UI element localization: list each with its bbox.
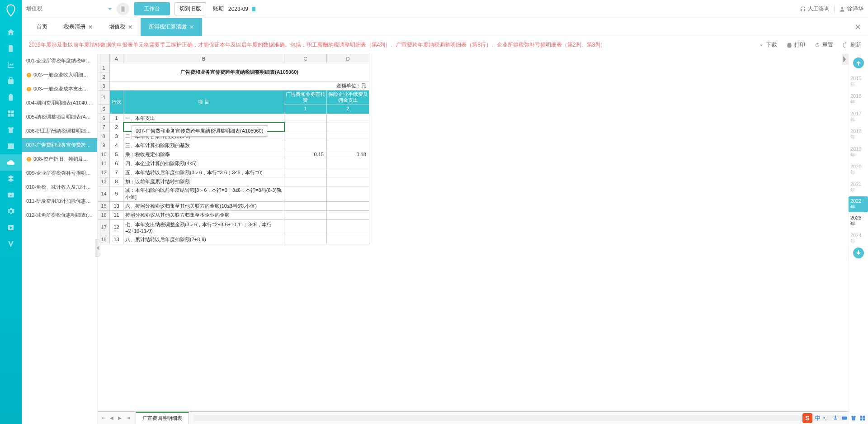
spreadsheet[interactable]: A B C D 1广告费和业务宣传费跨年度纳税调整明细表(A105060) 2 … (98, 54, 369, 244)
cell-item[interactable]: 按照分摊协议从其他关联方归集至本企业的金额 (123, 210, 284, 219)
nav-grid-icon[interactable] (0, 105, 22, 122)
nav-home-icon[interactable] (0, 24, 22, 40)
year-item[interactable]: 2020年 (849, 161, 868, 179)
cell-item[interactable]: 乘：税收规定扣除率 (123, 150, 284, 159)
period-value[interactable]: 2023-09 (228, 6, 248, 12)
cell-item[interactable]: 减：本年扣除的以前年度结转额[3＞6，本行=0；3≤6，本行=8与(6-3)孰小… (123, 186, 284, 201)
form-list-item[interactable]: 005-纳税调整项目明细表(A1… (22, 110, 97, 124)
cell-value2[interactable] (327, 210, 369, 219)
ime-tool-icon[interactable] (859, 415, 866, 421)
form-list-item[interactable]: 002-一般企业收入明细表(A… (22, 68, 97, 82)
row-header[interactable]: 9 (98, 141, 110, 150)
sheet-scroll[interactable]: A B C D 1广告费和业务宣传费跨年度纳税调整明细表(A105060) 2 … (98, 54, 848, 411)
nav-cloud-icon[interactable] (0, 154, 22, 171)
sheet-nav-first[interactable]: ⇤ (100, 414, 107, 422)
row-header[interactable]: 10 (98, 150, 110, 159)
cell-index[interactable]: 12 (110, 219, 123, 235)
cell-value2[interactable] (327, 177, 369, 186)
col-header-B[interactable]: B (123, 54, 284, 63)
ime-keyboard-icon[interactable] (841, 415, 848, 421)
cell-value1[interactable] (284, 219, 327, 235)
form-list-item[interactable]: 012-减免所得税优惠明细表(… (22, 208, 97, 222)
cell-value1[interactable] (284, 132, 327, 141)
form-list-item[interactable]: 004-期间费用明细表(A1040… (22, 96, 97, 110)
ime-skin-icon[interactable] (850, 415, 857, 421)
old-version-button[interactable]: 切到旧版 (175, 2, 206, 15)
form-list-item[interactable]: 003-一般企业成本支出明细… (22, 82, 97, 96)
cell-value1[interactable] (284, 210, 327, 219)
row-header[interactable]: 14 (98, 186, 110, 201)
nav-play-icon[interactable] (0, 219, 22, 236)
cell-value2[interactable] (327, 132, 369, 141)
close-all-tabs-icon[interactable]: ✕ (854, 22, 861, 32)
horizontal-scrollbar[interactable] (193, 415, 844, 421)
cell-value1[interactable] (284, 177, 327, 186)
cell-item[interactable]: 三、本年计算扣除限额的基数 (123, 141, 284, 150)
header-doc-button[interactable] (117, 3, 129, 15)
cell-value1[interactable] (284, 201, 327, 210)
nav-settings-icon[interactable] (0, 203, 22, 219)
ime-mic-icon[interactable] (832, 415, 839, 421)
refresh-button[interactable]: 刷新 (842, 41, 861, 49)
col-header-A[interactable]: A (110, 54, 123, 63)
sheet-tab[interactable]: 广宣费调整明细表 (136, 412, 189, 424)
cell-value2[interactable] (327, 114, 369, 123)
cell-index[interactable]: 13 (110, 235, 123, 244)
cell-index[interactable]: 7 (110, 168, 123, 177)
row-header[interactable]: 2 (98, 72, 110, 81)
cell-index[interactable]: 5 (110, 150, 123, 159)
cell-index[interactable]: 3 (110, 132, 123, 141)
form-list-item[interactable]: 001-企业所得税年度纳税申… (22, 54, 97, 68)
form-list-item[interactable]: 006-职工薪酬纳税调整明细… (22, 124, 97, 138)
year-item[interactable]: 2021年 (849, 179, 868, 196)
ime-logo-icon[interactable]: S (802, 413, 812, 423)
year-item[interactable]: 2024年 (849, 230, 868, 248)
cell-index[interactable]: 4 (110, 141, 123, 150)
cell-item[interactable]: 五、本年结转以后年度扣除额(3＞6，本行=3-6；3≤6，本行=0) (123, 168, 284, 177)
cell-value1[interactable]: 0.15 (284, 150, 327, 159)
row-header[interactable]: 16 (98, 210, 110, 219)
cell-value2[interactable] (327, 201, 369, 210)
cell-item[interactable]: 七、本年支出纳税调整金额(3＞6，本行=2+3-6+10-11；3≤6，本行=2… (123, 219, 284, 235)
row-header[interactable]: 3 (98, 81, 110, 91)
year-item[interactable]: 2016年 (849, 91, 868, 108)
cell-value2[interactable] (327, 235, 369, 244)
row-header[interactable]: 5 (98, 105, 110, 114)
row-header[interactable]: 12 (98, 168, 110, 177)
tab-close-icon[interactable]: ✕ (88, 24, 93, 30)
row-header[interactable]: 11 (98, 159, 110, 168)
tab-close-icon[interactable]: ✕ (128, 24, 132, 30)
tab[interactable]: 增值税✕ (101, 18, 141, 36)
sheet-corner[interactable] (98, 54, 110, 63)
nav-bag-icon[interactable] (0, 73, 22, 89)
cell-value2[interactable] (327, 123, 369, 132)
cell-index[interactable]: 10 (110, 201, 123, 210)
print-button[interactable]: 打印 (786, 41, 805, 49)
cell-index[interactable]: 6 (110, 159, 123, 168)
cell-value1[interactable] (284, 123, 327, 132)
cell-value2[interactable] (327, 159, 369, 168)
cell-item[interactable]: 一、本年支出 (123, 114, 284, 123)
cell-index[interactable]: 1 (110, 114, 123, 123)
tab[interactable]: 所得税汇算清缴✕ (141, 18, 202, 36)
cell-value1[interactable] (284, 114, 327, 123)
expand-right-handle[interactable] (842, 54, 848, 65)
year-item[interactable]: 2023年 (849, 212, 868, 230)
year-down-button[interactable] (853, 248, 864, 258)
sheet-nav-prev[interactable]: ◀ (108, 414, 115, 422)
category-dropdown[interactable]: 增值税 (26, 5, 112, 13)
cell-value1[interactable] (284, 141, 327, 150)
cell-item[interactable]: 六、按照分摊协议归集至其他关联方的金额(10≤3与6孰小值) (123, 201, 284, 210)
col-header-D[interactable]: D (327, 54, 369, 63)
year-item[interactable]: 2019年 (849, 143, 868, 161)
tab[interactable]: 首页 (28, 18, 56, 36)
cell-value1[interactable] (284, 186, 327, 201)
cell-value1[interactable] (284, 235, 327, 244)
row-header[interactable]: 8 (98, 132, 110, 141)
cell-index[interactable]: 8 (110, 177, 123, 186)
row-header[interactable]: 6 (98, 114, 110, 123)
nav-doc-icon[interactable] (0, 40, 22, 57)
cell-value2[interactable] (327, 168, 369, 177)
col-header-C[interactable]: C (284, 54, 327, 63)
row-header[interactable]: 13 (98, 177, 110, 186)
